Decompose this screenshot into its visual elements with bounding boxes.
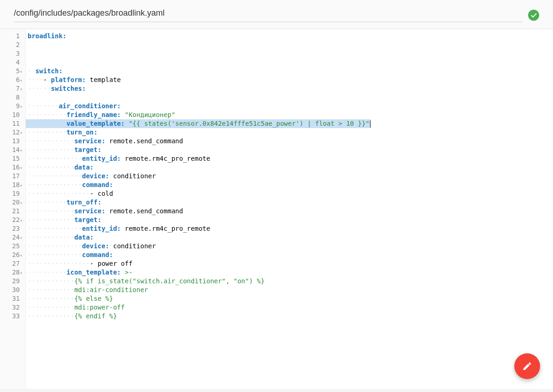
code-area[interactable]: broadlink:··switch:····- platform: templ… bbox=[26, 29, 371, 389]
code-editor[interactable]: 12345▾6▾7▾89▾101112▾1314▾1516▾1718▾1920▾… bbox=[0, 29, 553, 389]
code-line[interactable]: ················- power off bbox=[26, 259, 371, 268]
line-number: 4 bbox=[0, 58, 22, 67]
yaml-text bbox=[121, 269, 124, 276]
code-line[interactable]: ········air_conditioner: bbox=[26, 102, 371, 111]
indent-guide: ·············· bbox=[28, 242, 82, 250]
indent-guide: ············ bbox=[28, 312, 74, 320]
yaml-key: target: bbox=[74, 216, 101, 223]
yaml-key: switch: bbox=[35, 67, 63, 75]
filepath-input[interactable]: /config/includes/packages/broadlink.yaml bbox=[14, 8, 523, 22]
edit-fab-button[interactable] bbox=[514, 353, 540, 379]
indent-guide: ·········· bbox=[28, 129, 66, 136]
yaml-key: air_conditioner: bbox=[59, 102, 121, 110]
yaml-key: data: bbox=[74, 234, 94, 241]
code-line[interactable]: ··········turn_off: bbox=[26, 198, 371, 207]
code-line[interactable]: ············service: remote.send_command bbox=[26, 137, 371, 146]
code-line[interactable] bbox=[26, 49, 371, 58]
yaml-text: remote.send_command bbox=[106, 207, 183, 215]
code-line[interactable]: ··············entity_id: remote.rm4c_pro… bbox=[26, 154, 371, 163]
line-number: 6▾ bbox=[0, 76, 22, 84]
fold-arrow-icon[interactable]: ▾ bbox=[20, 85, 23, 94]
line-number: 19 bbox=[0, 189, 22, 198]
code-line[interactable]: ············service: remote.send_command bbox=[26, 207, 371, 216]
pencil-icon bbox=[522, 361, 532, 371]
indent-guide: ············ bbox=[28, 277, 74, 285]
fold-arrow-icon[interactable]: ▾ bbox=[20, 216, 23, 225]
code-line[interactable]: ··········icon_template: >- bbox=[26, 268, 371, 277]
code-line[interactable]: ············data: bbox=[26, 163, 371, 172]
yaml-text: conditioner bbox=[109, 242, 156, 250]
code-line[interactable]: ············{% endif %} bbox=[26, 312, 371, 321]
indent-guide: ················ bbox=[28, 190, 90, 197]
line-number: 5▾ bbox=[0, 67, 22, 76]
code-line[interactable]: ················- cold bbox=[26, 189, 371, 198]
line-number: 2 bbox=[0, 41, 22, 49]
code-line[interactable]: ··········value_template: "{{ states('se… bbox=[26, 119, 371, 128]
indent-guide: ·············· bbox=[28, 172, 82, 180]
code-line[interactable]: ··········turn_on: bbox=[26, 128, 371, 137]
line-number: 24▾ bbox=[0, 233, 22, 242]
yaml-string: {% endif %} bbox=[74, 312, 117, 320]
indent-guide: ············ bbox=[28, 207, 74, 215]
yaml-text bbox=[121, 111, 124, 118]
fold-arrow-icon[interactable]: ▾ bbox=[20, 234, 23, 242]
indent-guide: ·············· bbox=[28, 155, 82, 162]
code-line[interactable]: ······switches: bbox=[26, 84, 371, 93]
fold-arrow-icon[interactable]: ▾ bbox=[20, 181, 23, 190]
fold-arrow-icon[interactable]: ▾ bbox=[20, 269, 23, 277]
code-line[interactable]: ············target: bbox=[26, 146, 371, 154]
yaml-text: remote.send_command bbox=[106, 137, 183, 145]
fold-arrow-icon[interactable]: ▾ bbox=[20, 164, 23, 172]
code-line[interactable] bbox=[26, 58, 371, 67]
code-line[interactable]: ············mdi:power-off bbox=[26, 303, 371, 312]
code-line[interactable]: ····- platform: template bbox=[26, 76, 371, 84]
indent-guide: ·· bbox=[28, 67, 35, 75]
code-line[interactable] bbox=[26, 41, 371, 49]
yaml-text: - power off bbox=[90, 260, 133, 267]
code-line[interactable]: broadlink: bbox=[26, 32, 371, 41]
code-line[interactable]: ············{% if is_state("switch.air_c… bbox=[26, 277, 371, 286]
text-cursor bbox=[370, 120, 371, 128]
line-number: 7▾ bbox=[0, 84, 22, 93]
fold-arrow-icon[interactable]: ▾ bbox=[20, 251, 23, 260]
yaml-key: icon_template: bbox=[66, 269, 121, 276]
code-line[interactable] bbox=[26, 93, 371, 102]
indent-guide: ·········· bbox=[28, 111, 66, 118]
indent-guide: ········ bbox=[28, 102, 59, 110]
code-line[interactable]: ··············device: conditioner bbox=[26, 242, 371, 251]
code-line[interactable]: ············{% else %} bbox=[26, 294, 371, 303]
indent-guide: ············ bbox=[28, 295, 74, 302]
code-line[interactable]: ············data: bbox=[26, 233, 371, 242]
yaml-key: broadlink: bbox=[28, 32, 66, 40]
line-number: 25 bbox=[0, 242, 22, 251]
yaml-text: - cold bbox=[90, 190, 113, 197]
valid-check-icon bbox=[528, 10, 539, 21]
fold-arrow-icon[interactable]: ▾ bbox=[20, 129, 23, 137]
yaml-key: data: bbox=[74, 164, 94, 171]
line-number: 13 bbox=[0, 137, 22, 146]
fold-arrow-icon[interactable]: ▾ bbox=[20, 102, 23, 111]
indent-guide: ·············· bbox=[28, 181, 82, 188]
code-line[interactable]: ··········friendly_name: "Кондиционер" bbox=[26, 111, 371, 119]
fold-arrow-icon[interactable]: ▾ bbox=[20, 76, 23, 85]
fold-arrow-icon[interactable]: ▾ bbox=[20, 199, 23, 207]
fold-arrow-icon[interactable]: ▾ bbox=[20, 146, 23, 155]
fold-arrow-icon[interactable]: ▾ bbox=[20, 67, 23, 76]
line-number: 10 bbox=[0, 111, 22, 119]
code-line[interactable]: ············target: bbox=[26, 216, 371, 224]
indent-guide: ············ bbox=[28, 137, 74, 145]
code-line[interactable]: ··············command: bbox=[26, 251, 371, 259]
indent-guide: ···· bbox=[28, 76, 43, 83]
code-line[interactable]: ············mdi:air-conditioner bbox=[26, 286, 371, 294]
code-line[interactable]: ··············entity_id: remote.rm4c_pro… bbox=[26, 224, 371, 233]
code-line[interactable]: ··switch: bbox=[26, 67, 371, 76]
code-line[interactable]: ··············command: bbox=[26, 181, 371, 189]
line-number: 16▾ bbox=[0, 163, 22, 172]
indent-guide: ············ bbox=[28, 234, 74, 241]
indent-guide: ·············· bbox=[28, 225, 82, 232]
yaml-key: entity_id: bbox=[82, 155, 121, 162]
indent-guide: ······ bbox=[28, 85, 51, 92]
code-line[interactable]: ··············device: conditioner bbox=[26, 172, 371, 181]
line-number: 12▾ bbox=[0, 128, 22, 137]
indent-guide: ············ bbox=[28, 286, 74, 293]
